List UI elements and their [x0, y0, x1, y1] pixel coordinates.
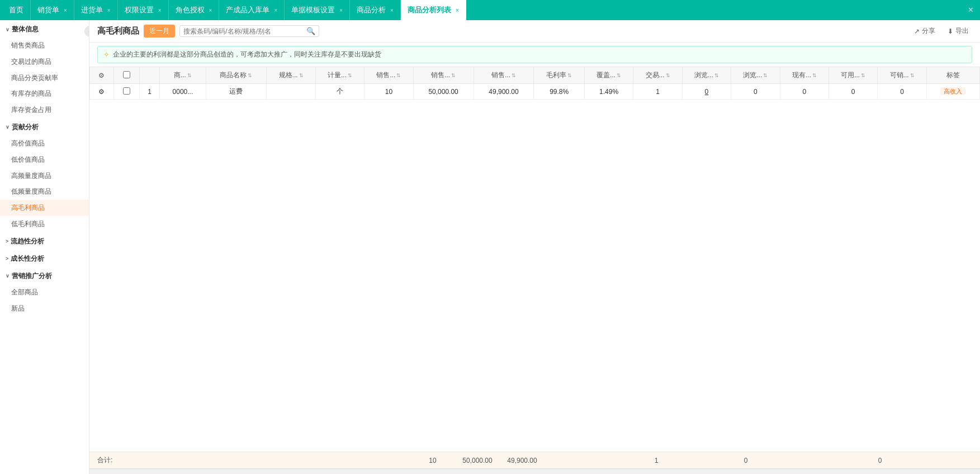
footer-cell-5: [366, 457, 410, 464]
row-checkbox-0[interactable]: [123, 87, 130, 95]
sidebar-item-low-freq[interactable]: 低频量度商品: [0, 184, 89, 200]
sort-icon-sales-qty: ⇅: [396, 73, 401, 78]
select-all-checkbox[interactable]: [123, 71, 130, 78]
footer-cell-17: [902, 457, 947, 464]
nav-tab-template[interactable]: 单据模板设置×: [285, 0, 350, 20]
nav-tab-analysis[interactable]: 商品分析×: [350, 0, 401, 20]
table-header-sales-cost[interactable]: 销售...⇅: [474, 67, 534, 84]
sort-icon-sellable: ⇅: [910, 73, 915, 78]
cell-coverage: 1.49%: [584, 84, 633, 100]
nav-tab-product-import[interactable]: 产成品入库单×: [219, 0, 285, 20]
footer-cell-13: 0: [723, 457, 768, 464]
horizontal-scrollbar[interactable]: [89, 468, 980, 474]
search-icon[interactable]: 🔍: [306, 27, 315, 35]
table-header-sales-amount[interactable]: 销售...⇅: [413, 67, 474, 84]
page-title: 高毛利商品: [97, 26, 139, 36]
sidebar-group-marketing[interactable]: ∨营销推广分析: [0, 267, 89, 284]
table-header-spec[interactable]: 规格...⇅: [267, 67, 315, 84]
filter-recent-month-button[interactable]: 近一月: [144, 25, 175, 37]
sidebar-group-growth[interactable]: >成长性分析: [0, 250, 89, 267]
export-button[interactable]: ⬇ 导出: [944, 25, 972, 37]
sidebar-group-arrow-marketing: ∨: [6, 273, 10, 279]
table-header-tag: 标签: [926, 67, 979, 84]
table-header-index: [139, 67, 159, 84]
sidebar-item-high-profit[interactable]: 高毛利商品: [0, 200, 89, 216]
close-tab-purchase[interactable]: ×: [107, 7, 111, 13]
sidebar-section-growth: >成长性分析: [0, 250, 89, 267]
sort-icon-unit: ⇅: [348, 73, 352, 78]
footer-cell-10: [589, 457, 634, 464]
sidebar-item-stock-capital[interactable]: 库存资金占用: [0, 102, 89, 118]
sidebar-item-in-stock[interactable]: 有库存的商品: [0, 86, 89, 102]
close-tab-sales[interactable]: ×: [64, 7, 67, 13]
sidebar-group-arrow-trend: >: [6, 238, 8, 244]
content-area: 高毛利商品 近一月 🔍 ↗ 分享 ⬇ 导出 ✧ 企业的主要的利润都是这部分商品创…: [89, 20, 980, 474]
sort-icon-available: ⇅: [861, 73, 865, 78]
sidebar-group-trend[interactable]: >流趋性分析: [0, 232, 89, 250]
sort-icon-current-stock: ⇅: [812, 73, 817, 78]
sort-icon-browse2: ⇅: [763, 73, 768, 78]
nav-tab-sales[interactable]: 销货单×: [31, 0, 74, 20]
sidebar-group-wealth[interactable]: ∨贡献分析: [0, 118, 89, 135]
close-tab-auth[interactable]: ×: [158, 7, 162, 13]
table-header-trade[interactable]: 交易...⇅: [633, 67, 682, 84]
table-header-name[interactable]: 商品名称⇅: [206, 67, 267, 84]
share-button[interactable]: ↗ 分享: [911, 25, 939, 37]
sidebar-item-sku-contrib[interactable]: 商品分类贡献率: [0, 70, 89, 86]
cell-available: 0: [828, 84, 877, 100]
cell-checkbox: [113, 84, 139, 100]
sidebar-group-overall[interactable]: ∨整体信息: [0, 20, 89, 37]
close-all-tabs[interactable]: ×: [964, 5, 978, 15]
sidebar-item-high-freq[interactable]: 高频量度商品: [0, 168, 89, 184]
table-header-current-stock[interactable]: 现有...⇅: [780, 67, 828, 84]
footer-bar: 合计: 1050,000.0049,900.00100: [89, 452, 980, 468]
close-tab-role[interactable]: ×: [209, 7, 212, 13]
sidebar-item-all-goods[interactable]: 全部商品: [0, 284, 89, 301]
footer-cells: 1050,000.0049,900.00100: [142, 457, 972, 464]
table-header-code[interactable]: 商...⇅: [160, 67, 206, 84]
sidebar-group-label-wealth: 贡献分析: [12, 123, 39, 132]
export-icon: ⬇: [948, 27, 953, 35]
close-tab-product-import[interactable]: ×: [274, 7, 277, 13]
footer-cell-3: [276, 457, 321, 464]
table-header-browse2[interactable]: 浏览...⇅: [731, 67, 780, 84]
nav-tab-purchase[interactable]: 进货单×: [74, 0, 118, 20]
footer-cell-7: 50,000.00: [455, 457, 500, 464]
browse-link-0[interactable]: 0: [705, 88, 709, 96]
footer-cell-4: [321, 457, 366, 464]
table-header-unit[interactable]: 计量...⇅: [315, 67, 364, 84]
sidebar-item-low-value[interactable]: 低价值商品: [0, 152, 89, 168]
sidebar-item-high-value[interactable]: 高价值商品: [0, 135, 89, 152]
table-header-sales-qty[interactable]: 销售...⇅: [364, 67, 413, 84]
top-navigation: 首页销货单×进货单×权限设置×角色授权×产成品入库单×单据模板设置×商品分析×商…: [0, 0, 980, 20]
table-container: ⚙商...⇅商品名称⇅规格...⇅计量...⇅销售...⇅销售...⇅销售...…: [89, 67, 980, 452]
table-header-coverage[interactable]: 覆盖...⇅: [584, 67, 633, 84]
nav-tab-analysis-list[interactable]: 商品分析列表×: [401, 0, 466, 20]
nav-tab-auth[interactable]: 权限设置×: [118, 0, 169, 20]
footer-cell-14: [768, 457, 813, 464]
close-tab-template[interactable]: ×: [339, 7, 343, 13]
sort-icon-sales-cost: ⇅: [512, 73, 516, 78]
cell-current-stock: 0: [780, 84, 828, 100]
close-tab-analysis[interactable]: ×: [390, 7, 394, 13]
nav-tab-role[interactable]: 角色授权×: [169, 0, 220, 20]
sidebar-item-new-goods[interactable]: 新品: [0, 301, 89, 317]
table-header-sellable[interactable]: 可销...⇅: [878, 67, 926, 84]
table-header-row: ⚙商...⇅商品名称⇅规格...⇅计量...⇅销售...⇅销售...⇅销售...…: [90, 67, 980, 84]
sidebar-group-label-marketing: 营销推广分析: [12, 271, 52, 281]
sort-icon-spec: ⇅: [299, 73, 304, 78]
table-header-available[interactable]: 可用...⇅: [828, 67, 877, 84]
sidebar-item-low-profit[interactable]: 低毛利商品: [0, 216, 89, 232]
cell-settings[interactable]: ⚙: [90, 84, 114, 100]
header-actions: ↗ 分享 ⬇ 导出: [911, 25, 972, 37]
search-input[interactable]: [183, 27, 304, 35]
row-tag: 高收入: [940, 87, 965, 95]
cell-browse2: 0: [731, 84, 780, 100]
nav-tab-home[interactable]: 首页: [2, 0, 31, 20]
sidebar-item-traded-goods[interactable]: 交易过的商品: [0, 54, 89, 70]
table-header-browse1[interactable]: 浏览...⇅: [682, 67, 731, 84]
sidebar-item-sales-goods[interactable]: 销售类商品: [0, 37, 89, 54]
table-header-gross-rate[interactable]: 毛利率⇅: [534, 67, 584, 84]
close-tab-analysis-list[interactable]: ×: [456, 7, 459, 13]
footer-cell-2: [231, 457, 276, 464]
